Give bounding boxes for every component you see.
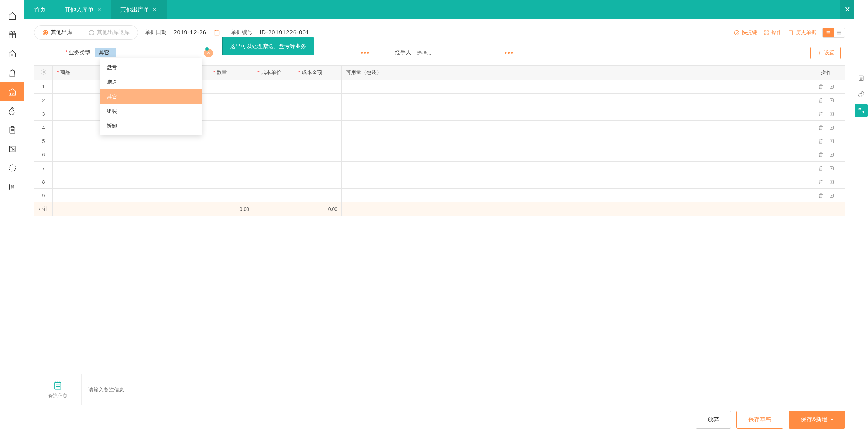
cell-stock-unit[interactable] [168, 189, 209, 202]
copy-add-icon[interactable] [829, 138, 835, 144]
cell-cost-amount[interactable] [294, 94, 342, 107]
cell-cost-price[interactable] [253, 94, 294, 107]
cell-cost-price[interactable] [253, 134, 294, 148]
cell-available[interactable] [342, 80, 807, 94]
save-draft-button[interactable]: 保存草稿 [736, 411, 783, 429]
col-gear[interactable] [34, 66, 53, 80]
biz-type-dropdown[interactable] [95, 48, 213, 57]
settings-button[interactable]: 设置 [810, 47, 841, 59]
sidebar-home-icon[interactable] [0, 6, 24, 25]
cell-available[interactable] [342, 94, 807, 107]
cell-cost-price[interactable] [253, 80, 294, 94]
trash-icon[interactable] [818, 84, 824, 90]
dropdown-option[interactable]: 拆卸 [100, 119, 202, 133]
rail-expand-icon[interactable] [855, 104, 868, 117]
rail-doc-icon[interactable] [855, 71, 868, 84]
cell-available[interactable] [342, 189, 807, 202]
cell-cost-amount[interactable] [294, 134, 342, 148]
dropdown-option[interactable]: 盘亏 [100, 60, 202, 75]
cell-product[interactable] [53, 134, 168, 148]
cell-stock-unit[interactable] [168, 134, 209, 148]
sidebar-warehouse-icon[interactable] [0, 82, 24, 101]
operate-button[interactable]: 操作 [763, 29, 782, 36]
save-add-button[interactable]: 保存&新增▾ [789, 411, 845, 429]
trash-icon[interactable] [818, 97, 824, 103]
tab-home[interactable]: 首页 [24, 0, 55, 19]
cell-available[interactable] [342, 162, 807, 175]
close-all-tabs-icon[interactable]: ✕ [840, 0, 854, 19]
cell-stock-unit[interactable] [168, 162, 209, 175]
table-row[interactable]: 8 [34, 175, 845, 189]
history-button[interactable]: 历史单据 [788, 29, 816, 36]
table-row[interactable]: 5 [34, 134, 845, 148]
copy-add-icon[interactable] [829, 97, 835, 103]
discard-button[interactable]: 放弃 [696, 411, 731, 429]
cell-cost-amount[interactable] [294, 175, 342, 189]
cell-cost-price[interactable] [253, 189, 294, 202]
sidebar-contacts-icon[interactable] [0, 139, 24, 158]
cell-stock-unit[interactable] [168, 148, 209, 162]
cell-qty[interactable] [209, 134, 253, 148]
cell-qty[interactable] [209, 121, 253, 134]
cell-cost-amount[interactable] [294, 121, 342, 134]
copy-add-icon[interactable] [829, 111, 835, 117]
sidebar-house-money-icon[interactable]: $ [0, 44, 24, 63]
radio-other-outbound[interactable]: 其他出库 [34, 26, 81, 39]
trash-icon[interactable] [818, 124, 824, 131]
date-value[interactable]: 2019-12-26 [173, 29, 206, 36]
tab-other-inbound[interactable]: 其他入库单✕ [55, 0, 111, 19]
table-row[interactable]: 9 [34, 189, 845, 202]
tab-other-outbound[interactable]: 其他出库单✕ [111, 0, 167, 19]
cell-product[interactable] [53, 148, 168, 162]
cell-cost-price[interactable] [253, 175, 294, 189]
cell-cost-price[interactable] [253, 148, 294, 162]
cell-qty[interactable] [209, 175, 253, 189]
cell-available[interactable] [342, 148, 807, 162]
shortcut-button[interactable]: 快捷键 [734, 29, 757, 36]
cell-product[interactable] [53, 189, 168, 202]
handler-input[interactable] [415, 49, 496, 57]
close-icon[interactable]: ✕ [153, 6, 157, 13]
trash-icon[interactable] [818, 193, 824, 199]
cell-cost-amount[interactable] [294, 162, 342, 175]
rail-link-icon[interactable] [855, 88, 868, 101]
cell-qty[interactable] [209, 162, 253, 175]
biz-type-input[interactable] [95, 48, 116, 57]
dropdown-option[interactable]: 赠送 [100, 75, 202, 89]
cell-qty[interactable] [209, 148, 253, 162]
cell-cost-price[interactable] [253, 121, 294, 134]
cell-available[interactable] [342, 107, 807, 121]
copy-add-icon[interactable] [829, 165, 835, 171]
trash-icon[interactable] [818, 165, 824, 171]
remarks-input[interactable] [82, 374, 845, 405]
radio-other-outbound-return[interactable]: 其他出库退库 [81, 26, 138, 39]
copy-add-icon[interactable] [829, 84, 835, 90]
sidebar-shopping-bag-icon[interactable] [0, 63, 24, 82]
copy-add-icon[interactable] [829, 179, 835, 185]
cell-product[interactable] [53, 175, 168, 189]
cell-product[interactable] [53, 162, 168, 175]
sidebar-gift-icon[interactable] [0, 25, 24, 44]
cell-qty[interactable] [209, 80, 253, 94]
cell-cost-amount[interactable] [294, 80, 342, 94]
cell-cost-amount[interactable] [294, 107, 342, 121]
sidebar-loading-icon[interactable] [0, 158, 24, 178]
trash-icon[interactable] [818, 111, 824, 117]
cell-available[interactable] [342, 175, 807, 189]
trash-icon[interactable] [818, 138, 824, 144]
cell-qty[interactable] [209, 107, 253, 121]
trash-icon[interactable] [818, 152, 824, 158]
cell-cost-price[interactable] [253, 107, 294, 121]
close-icon[interactable]: ✕ [97, 6, 101, 13]
table-row[interactable]: 7 [34, 162, 845, 175]
copy-add-icon[interactable] [829, 124, 835, 131]
cell-cost-amount[interactable] [294, 148, 342, 162]
sidebar-clipboard-icon[interactable] [0, 120, 24, 139]
more-icon[interactable]: ••• [504, 49, 514, 57]
dropdown-option[interactable]: 其它 [100, 89, 202, 104]
dropdown-option[interactable]: 组装 [100, 104, 202, 119]
cell-available[interactable] [342, 121, 807, 134]
calendar-icon[interactable] [213, 29, 220, 36]
cell-qty[interactable] [209, 94, 253, 107]
view-grid-icon[interactable] [834, 28, 845, 37]
